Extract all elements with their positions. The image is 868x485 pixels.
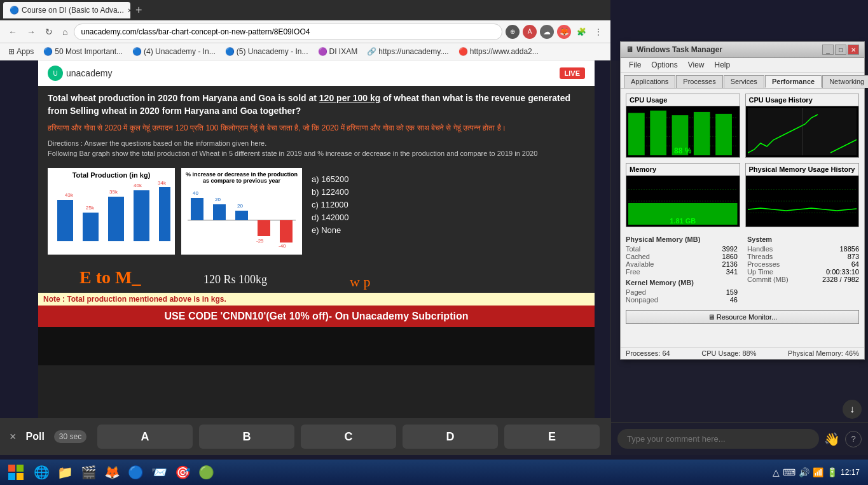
status-cpu: CPU Usage: 88% bbox=[701, 349, 756, 357]
question-text-1: Total wheat production in 2020 from Hary… bbox=[48, 93, 319, 103]
tray-network-icon[interactable]: 📶 bbox=[813, 467, 823, 477]
poll-option-a[interactable]: A bbox=[97, 425, 193, 449]
tm-close-button[interactable]: ✕ bbox=[848, 45, 859, 55]
start-button[interactable] bbox=[3, 460, 29, 484]
question-area: Total wheat production in 2020 from Hary… bbox=[38, 86, 595, 165]
tray-battery-icon[interactable]: 🔋 bbox=[827, 467, 837, 477]
poll-label: Poll bbox=[26, 431, 45, 442]
system-clock: 12:17 bbox=[841, 468, 860, 477]
svg-rect-16 bbox=[191, 198, 203, 220]
scroll-down-button[interactable]: ↓ bbox=[843, 400, 862, 419]
bookmark-3[interactable]: 🔵 (5) Unacademy - In... bbox=[222, 46, 312, 57]
tab-applications[interactable]: Applications bbox=[624, 75, 675, 88]
tm-menu-help[interactable]: Help bbox=[710, 59, 736, 71]
tab-favicon: 🔵 bbox=[10, 6, 18, 15]
pm-row-total: Total 3992 bbox=[626, 245, 738, 253]
taskbar-ie-icon[interactable]: 🌐 bbox=[31, 461, 52, 483]
sys-row-threads: Threads 873 bbox=[747, 253, 859, 260]
poll-close-button[interactable]: × bbox=[10, 430, 17, 444]
percent-change-chart: % increase or decrease in the production… bbox=[181, 168, 302, 255]
apps-label: Apps bbox=[17, 47, 34, 56]
handwriting-svg: E to M_ 120 Rs 100kg w p bbox=[76, 261, 458, 290]
bookmark-2[interactable]: 🔵 (4) Unacademy - In... bbox=[129, 46, 219, 57]
tab-performance[interactable]: Performance bbox=[765, 75, 822, 88]
note-text: Note : Total production mentioned above … bbox=[38, 293, 595, 306]
resource-monitor-button[interactable]: 🖥 Resource Monitor... bbox=[626, 310, 859, 324]
cpu-usage-title: CPU Usage bbox=[626, 94, 740, 106]
sys-label-threads: Threads bbox=[747, 253, 773, 260]
bookmark-apps[interactable]: ⊞ Apps bbox=[5, 46, 37, 57]
svg-rect-45 bbox=[802, 108, 857, 155]
bookmark-5[interactable]: 🔗 https://unacademy.... bbox=[364, 46, 452, 57]
chat-help-button[interactable]: ? bbox=[845, 431, 862, 447]
address-bar[interactable] bbox=[74, 24, 502, 40]
tm-title-text: Windows Task Manager bbox=[637, 45, 722, 54]
browser-chrome: 🔵 Course on DI (Basic to Adva... ✕ + ← →… bbox=[0, 0, 610, 60]
tray-keyboard-icon[interactable]: ⌨ bbox=[783, 467, 796, 477]
cpu-usage-value: 88 % bbox=[674, 146, 691, 155]
svg-rect-4 bbox=[159, 187, 170, 241]
km-value-nonpaged: 46 bbox=[730, 296, 738, 304]
back-button[interactable]: ← bbox=[5, 25, 20, 39]
home-button[interactable]: ⌂ bbox=[59, 25, 71, 39]
handwriting-area: E to M_ 120 Rs 100kg w p bbox=[38, 261, 595, 293]
extensions-icon[interactable]: ⊕ bbox=[506, 25, 520, 39]
taskbar-mail-icon[interactable]: 📨 bbox=[148, 461, 170, 483]
option-a: a) 165200 bbox=[312, 174, 582, 184]
tm-menu-file[interactable]: File bbox=[624, 59, 646, 71]
memory-history-panel: Physical Memory Usage History bbox=[745, 163, 860, 227]
taskbar-chrome-icon[interactable]: 🔵 bbox=[125, 461, 146, 483]
taskbar-green-icon[interactable]: 🟢 bbox=[195, 461, 217, 483]
taskbar-media-icon[interactable]: 🎬 bbox=[78, 461, 99, 483]
pm-row-available: Available 2136 bbox=[626, 260, 738, 268]
svg-text:25k: 25k bbox=[86, 205, 95, 211]
chat-input[interactable] bbox=[617, 429, 819, 449]
active-tab[interactable]: 🔵 Course on DI (Basic to Adva... ✕ bbox=[3, 2, 130, 18]
poll-option-c[interactable]: C bbox=[301, 425, 396, 449]
menu-icon[interactable]: ⋮ bbox=[591, 25, 605, 39]
poll-option-e[interactable]: E bbox=[504, 425, 600, 449]
tm-maximize-button[interactable]: □ bbox=[835, 45, 846, 55]
bookmark-1[interactable]: 🔵 50 Most Important... bbox=[40, 46, 126, 57]
tray-volume-icon[interactable]: 🔊 bbox=[799, 467, 809, 477]
bookmarks-bar: ⊞ Apps 🔵 50 Most Important... 🔵 (4) Unac… bbox=[0, 43, 610, 60]
taskbar-firefox-icon[interactable]: 🦊 bbox=[101, 461, 123, 483]
memory-history-title: Physical Memory Usage History bbox=[746, 164, 859, 176]
bm4-label: DI IXAM bbox=[329, 47, 358, 56]
tray-up-arrow[interactable]: △ bbox=[773, 467, 780, 477]
poll-bar: × Poll 30 sec A B C D E bbox=[0, 418, 610, 455]
clock-time: 12:17 bbox=[841, 468, 860, 477]
sys-row-processes: Processes 64 bbox=[747, 260, 859, 268]
tm-minimize-button[interactable]: _ bbox=[822, 45, 834, 55]
extensions2-icon[interactable]: 🧩 bbox=[574, 25, 588, 39]
sys-value-processes: 64 bbox=[851, 260, 859, 268]
tab-processes[interactable]: Processes bbox=[676, 75, 722, 88]
bm1-icon: 🔵 bbox=[43, 47, 53, 56]
forward-button[interactable]: → bbox=[24, 25, 39, 39]
profile-icon[interactable]: A bbox=[523, 25, 537, 39]
poll-option-d[interactable]: D bbox=[403, 425, 498, 449]
poll-option-b[interactable]: B bbox=[199, 425, 294, 449]
taskbar-target-icon[interactable]: 🎯 bbox=[172, 461, 193, 483]
svg-rect-20 bbox=[280, 220, 293, 243]
chat-emoji-button[interactable]: 👋 bbox=[824, 432, 840, 447]
tm-menu-view[interactable]: View bbox=[683, 59, 710, 71]
bookmark-4[interactable]: 🟣 DI IXAM bbox=[315, 46, 361, 57]
tab-services[interactable]: Services bbox=[724, 75, 764, 88]
memory-title: Memory bbox=[626, 164, 740, 176]
sync-icon[interactable]: ☁ bbox=[540, 25, 554, 39]
firefox-icon[interactable]: 🦊 bbox=[557, 25, 571, 39]
tab-networking[interactable]: Networking bbox=[822, 75, 868, 88]
sys-label-commit: Commit (MB) bbox=[747, 276, 789, 283]
pm-label-cached: Cached bbox=[626, 253, 650, 260]
bookmark-6[interactable]: 🔴 https://www.adda2... bbox=[455, 46, 542, 57]
tm-title-icon: 🖥 bbox=[626, 45, 633, 54]
live-class-wrapper: U unacademy LIVE Total wheat production … bbox=[38, 60, 595, 420]
svg-text:20: 20 bbox=[237, 203, 243, 209]
taskbar-explorer-icon[interactable]: 📁 bbox=[54, 461, 76, 483]
new-tab-button[interactable]: + bbox=[130, 4, 148, 17]
refresh-button[interactable]: ↻ bbox=[42, 25, 56, 39]
tm-performance-content: CPU Usage 88 % bbox=[621, 88, 864, 232]
tm-menu-options[interactable]: Options bbox=[646, 59, 682, 71]
svg-text:20: 20 bbox=[215, 197, 221, 202]
